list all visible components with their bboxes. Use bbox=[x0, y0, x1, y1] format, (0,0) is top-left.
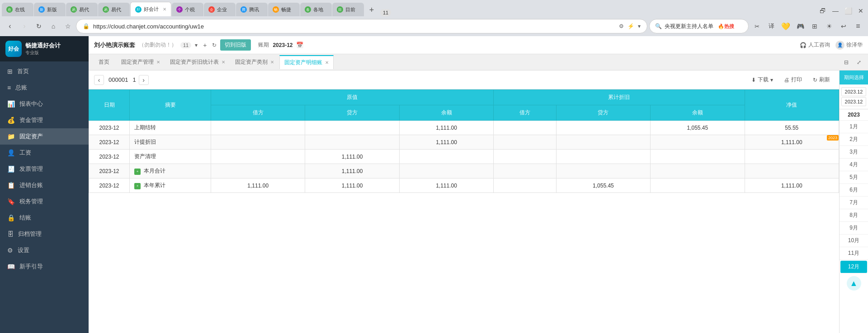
home-button[interactable]: ⌂ bbox=[47, 20, 60, 33]
help-button[interactable]: 🎧 人工咨询 bbox=[800, 41, 830, 49]
minimize-button[interactable]: — bbox=[830, 5, 841, 16]
tab-目前[interactable]: 目 目前 bbox=[332, 3, 364, 16]
print-button[interactable]: 🖨 打印 bbox=[780, 74, 806, 85]
url-bar[interactable]: 🔒 https://cloud.chanjet.com/accounting/u… bbox=[76, 19, 647, 33]
bookmark-button[interactable]: ☆ bbox=[61, 20, 74, 33]
period-start-date[interactable]: 2023.12 bbox=[841, 87, 866, 96]
tab-label: 固定资产折旧统计表 bbox=[170, 58, 219, 66]
maximize-button[interactable]: ⬜ bbox=[843, 5, 854, 16]
period-panel-header[interactable]: 期间选择 bbox=[840, 70, 868, 84]
wallet-icon[interactable]: 💛 bbox=[779, 20, 792, 33]
period-month-5[interactable]: 5月 bbox=[840, 171, 868, 184]
tab-企业[interactable]: 企 企业 bbox=[204, 3, 236, 16]
sidebar-item-archive[interactable]: 🗄 归档管理 bbox=[0, 226, 89, 242]
undo-icon[interactable]: ↩ bbox=[837, 20, 850, 33]
translate-icon[interactable]: 译 bbox=[765, 20, 778, 33]
tab-close-icon[interactable]: ✕ bbox=[163, 7, 166, 12]
page-tab-dep-stat[interactable]: 固定资产折旧统计表 ✕ bbox=[165, 56, 230, 69]
period-month-2[interactable]: 2月 bbox=[840, 133, 868, 146]
refresh-account-icon[interactable]: ↻ bbox=[212, 42, 217, 48]
menu-icon[interactable]: ≡ bbox=[852, 20, 864, 33]
sidebar-item-invoice[interactable]: 🧾 发票管理 bbox=[0, 161, 89, 177]
prev-page-button[interactable]: ‹ bbox=[94, 75, 104, 85]
tab-腾讯[interactable]: 腾 腾讯 bbox=[236, 3, 268, 16]
sidebar-item-home[interactable]: ⊞ 首页 bbox=[0, 63, 89, 80]
cell-orig-credit bbox=[305, 121, 399, 135]
settings-icon: ⚙ bbox=[7, 247, 13, 254]
tab-add-button[interactable]: + bbox=[365, 4, 378, 16]
close-window-button[interactable]: ✕ bbox=[855, 5, 866, 16]
page-tab-home[interactable]: 首页 bbox=[92, 56, 116, 69]
tab-新版[interactable]: 新 新版 bbox=[34, 3, 66, 16]
next-page-button[interactable]: › bbox=[139, 75, 149, 85]
period-month-8[interactable]: 8月 bbox=[840, 209, 868, 222]
page-tab-detail-active[interactable]: 固定资产明细账 ✕ bbox=[279, 55, 334, 69]
period-month-7[interactable]: 7月 bbox=[840, 197, 868, 209]
sun-icon[interactable]: ☀ bbox=[823, 20, 835, 33]
period-month-6[interactable]: 6月 bbox=[840, 184, 868, 197]
calendar-icon[interactable]: 📅 bbox=[296, 42, 303, 48]
refresh-button[interactable]: ↻ 刷新 bbox=[809, 74, 834, 85]
tab-overflow-badge[interactable]: 11 bbox=[380, 9, 391, 16]
period-month-11[interactable]: 11月 bbox=[840, 247, 868, 260]
sidebar-item-label: 资金管理 bbox=[19, 116, 43, 124]
download-button[interactable]: ⬇ 下载 ▾ bbox=[748, 74, 777, 85]
restore-button[interactable]: 🗗 bbox=[817, 5, 828, 16]
site-info-icon[interactable]: ⚙ bbox=[619, 23, 624, 29]
tab-畅捷[interactable]: 畅 畅捷 bbox=[268, 3, 300, 16]
tab-close-icon[interactable]: ✕ bbox=[325, 60, 329, 65]
tab-close-icon[interactable]: ✕ bbox=[156, 60, 160, 65]
tab-close-icon[interactable]: ✕ bbox=[222, 60, 225, 65]
dropdown-chevron-icon: ▾ bbox=[770, 77, 773, 83]
tab-close-icon[interactable]: ✕ bbox=[270, 60, 274, 65]
add-account-button[interactable]: + bbox=[201, 42, 208, 49]
sidebar-item-reports[interactable]: 📊 报表中心 bbox=[0, 96, 89, 112]
period-year-2023[interactable]: 2023 bbox=[840, 109, 868, 121]
sidebar-item-fixed-assets[interactable]: 📁 固定资产 bbox=[0, 128, 89, 145]
period-month-9[interactable]: 9月 bbox=[840, 222, 868, 235]
game-icon[interactable]: 🎮 bbox=[794, 20, 807, 33]
search-box[interactable]: 🔍 央视更新主持人名单 🔥热搜 bbox=[649, 19, 749, 33]
tab-各地[interactable]: 各 各地 bbox=[300, 3, 332, 16]
grid-icon[interactable]: ⊞ bbox=[808, 20, 821, 33]
lightning-icon[interactable]: ⚡ bbox=[627, 23, 634, 29]
refresh-button[interactable]: ↻ bbox=[33, 20, 45, 33]
sidebar-item-closing[interactable]: 🔒 结账 bbox=[0, 210, 89, 226]
sidebar-item-tax[interactable]: 🔖 税务管理 bbox=[0, 193, 89, 210]
switch-version-button[interactable]: 切到旧版 bbox=[220, 39, 251, 51]
forward-button[interactable]: › bbox=[18, 20, 31, 33]
user-info[interactable]: 👤 徐泽华 bbox=[835, 41, 863, 50]
period-scroll-up-button[interactable]: ▲ bbox=[847, 276, 861, 291]
sidebar-item-settings[interactable]: ⚙ 设置 bbox=[0, 242, 89, 258]
period-month-1[interactable]: 1月 bbox=[840, 121, 868, 133]
sidebar-item-label: 新手引导 bbox=[19, 263, 43, 271]
tab-label: 企业 bbox=[217, 6, 227, 13]
tab-minimize-button[interactable]: ⊟ bbox=[841, 57, 852, 68]
main-content: 刘小艳演示账套 （勿删勿动！） 11 ▾ + ↻ 切到旧版 账期 2023-12… bbox=[89, 36, 868, 333]
period-month-4[interactable]: 4月 bbox=[840, 159, 868, 171]
tab-在线[interactable]: 在 在线 bbox=[2, 3, 33, 16]
sidebar-item-ledger[interactable]: ≡ 总账 bbox=[0, 80, 89, 96]
tab-label: 固定资产管理 bbox=[121, 58, 154, 66]
col-orig-balance: 余额 bbox=[399, 105, 493, 121]
cut-icon[interactable]: ✂ bbox=[750, 20, 763, 33]
back-button[interactable]: ‹ bbox=[4, 20, 16, 33]
period-month-10[interactable]: 10月 bbox=[840, 235, 868, 247]
tab-个税[interactable]: 个 个税 bbox=[172, 3, 203, 16]
period-month-3[interactable]: 3月 bbox=[840, 146, 868, 159]
tab-fullscreen-button[interactable]: ⤢ bbox=[854, 57, 864, 68]
sidebar-item-funds[interactable]: 💰 资金管理 bbox=[0, 112, 89, 128]
page-tab-fixed-asset-mgmt[interactable]: 固定资产管理 ✕ bbox=[117, 56, 165, 69]
sidebar-item-payroll[interactable]: 👤 工资 bbox=[0, 145, 89, 161]
sidebar-item-guide[interactable]: 📖 新手引导 bbox=[0, 258, 89, 275]
tab-好会计[interactable]: 好 好会计 ✕ bbox=[130, 2, 171, 16]
tab-易代2[interactable]: 易 易代 bbox=[98, 3, 130, 16]
dropdown-arrow-icon[interactable]: ▾ bbox=[195, 42, 198, 48]
dropdown-icon[interactable]: ▾ bbox=[638, 23, 641, 29]
tab-易代1[interactable]: 易 易代 bbox=[66, 3, 98, 16]
sidebar-item-purchase-sales[interactable]: 📋 进销台账 bbox=[0, 177, 89, 193]
period-end-date[interactable]: 2023.12 bbox=[841, 97, 866, 106]
page-tab-category[interactable]: 固定资产类别 ✕ bbox=[231, 56, 278, 69]
table-row: 2023-12 计提折旧 1,111.00 1,111.00 bbox=[89, 135, 839, 150]
period-month-12[interactable]: 12月 bbox=[840, 261, 867, 273]
